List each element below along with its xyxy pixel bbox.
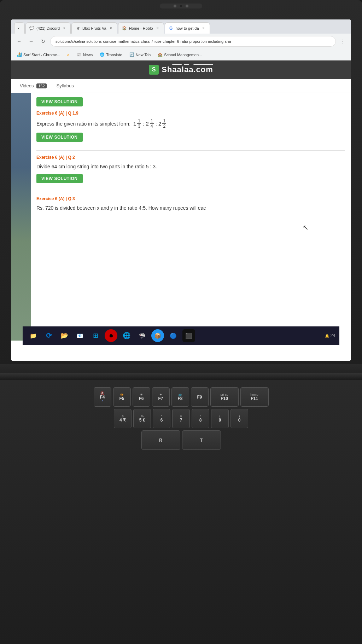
keyboard-rows: 🔇 F4 x 🔅 F5 ☀ F6 ✦ F7 📺 F8 F9: [14, 387, 348, 450]
home-tab-label: Home - Roblo: [129, 26, 153, 30]
key-6[interactable]: ^ 6: [153, 409, 170, 428]
tab-syllabus[interactable]: Syllabus: [54, 82, 77, 90]
bookmark-news[interactable]: 📰 News: [74, 52, 96, 58]
time-display: 🔔 24: [325, 333, 335, 338]
view-solution-btn-top[interactable]: VIEW SOLUTION: [36, 97, 83, 106]
taskbar-file-manager[interactable]: 📁: [27, 329, 40, 342]
frac-1-2: 12: [162, 118, 166, 129]
key-r[interactable]: R: [141, 430, 180, 450]
discord-favicon: 💬: [29, 26, 34, 31]
tab-google[interactable]: G how to get da ×: [165, 22, 210, 34]
school-label: School Managemen...: [164, 53, 202, 57]
main-content: VIEW SOLUTION Exercise 6 (A) | Q 1.9 Exp…: [31, 93, 351, 341]
forward-button[interactable]: →: [26, 36, 36, 46]
key-5[interactable]: % 5 €: [133, 409, 151, 428]
google-tab-label: how to get da: [176, 26, 199, 30]
view-solution-btn-1[interactable]: VIEW SOLUTION: [36, 133, 83, 142]
key-f10[interactable]: prt sc F10: [210, 387, 239, 407]
laptop-screen-area: × 💬 (421) Discord × 🗡 Blox Fruits Va × 🏠…: [0, 0, 362, 400]
bookmark-translate[interactable]: 🌐 Translate: [97, 52, 125, 58]
taskbar-edge[interactable]: ⟳: [42, 329, 55, 342]
tab-videos[interactable]: Videos 152: [17, 82, 49, 90]
browser-screen: × 💬 (421) Discord × 🗡 Blox Fruits Va × 🏠…: [11, 19, 351, 361]
key-f11[interactable]: home F11: [240, 387, 269, 407]
translate-icon: 🌐: [100, 52, 105, 57]
side-panel: [11, 93, 31, 341]
key-4[interactable]: $ 4 ₹: [114, 409, 132, 428]
shaalaa-logo: S Shaalaa.com: [149, 65, 213, 75]
mixed-num-2: 214: [146, 118, 154, 129]
math-expression-1: 113 : 214 : 212: [133, 121, 167, 127]
tab-blox[interactable]: 🗡 Blox Fruits Va ×: [71, 22, 117, 34]
number-key-row: $ 4 ₹ % 5 € ^ 6 & 7 * 8 ( 9: [14, 409, 348, 428]
bookmark-amazon[interactable]: a: [65, 52, 72, 58]
key-t[interactable]: T: [182, 430, 221, 450]
taskbar-app2[interactable]: 📦: [151, 329, 164, 342]
taskbar-windows[interactable]: ⊞: [89, 329, 102, 342]
exercise-label-3: Exercise 6 (A) | Q 3: [36, 196, 345, 201]
key-f7[interactable]: ✦ F7: [152, 387, 170, 407]
key-7[interactable]: & 7: [172, 409, 190, 428]
extensions-button[interactable]: ⋮: [338, 36, 348, 46]
taskbar-chrome[interactable]: 🌐: [120, 329, 133, 342]
amazon-icon: a: [68, 53, 70, 57]
address-bar[interactable]: solutions/c/selina-solutions-concise-mat…: [50, 36, 336, 47]
blox-favicon: 🗡: [75, 26, 80, 31]
reload-button[interactable]: ↻: [38, 36, 48, 46]
key-f9[interactable]: F9: [191, 387, 209, 407]
view-solution-1-label: VIEW SOLUTION: [41, 135, 78, 140]
mixed-num-1: 113: [133, 118, 141, 129]
mixed-num-3: 212: [158, 118, 167, 129]
taskbar-app1[interactable]: 🦈: [136, 329, 148, 342]
bookmark-newtab[interactable]: 🔄 New Tab: [127, 52, 154, 58]
ratio-sep-2: :: [156, 121, 158, 127]
divider-2: [36, 192, 345, 192]
taskbar-record[interactable]: ⏺: [105, 329, 117, 342]
school-icon: 🏫: [158, 52, 163, 57]
exercise-label-1: Exercise 6 (A) | Q 1.9: [36, 111, 345, 116]
key-f8[interactable]: 📺 F8: [171, 387, 189, 407]
tab-discord[interactable]: 💬 (421) Discord ×: [25, 22, 71, 34]
bookmarks-bar: 🏄 Surf Start - Chrome... a 📰 News 🌐 Tran…: [11, 49, 351, 60]
address-bar-area: ← → ↻ solutions/c/selina-solutions-conci…: [11, 34, 351, 49]
question-text-1: Express the given ratio in its simplest …: [36, 118, 345, 129]
exercise-label-2: Exercise 6 (A) | Q 2: [36, 155, 345, 160]
back-button[interactable]: ←: [14, 36, 24, 46]
taskbar-mail[interactable]: 📧: [74, 329, 86, 342]
close-all-icon: ×: [17, 26, 19, 30]
taskbar-app3[interactable]: 🔵: [167, 329, 180, 342]
frac-1-3: 13: [137, 118, 141, 129]
page-content: S Shaalaa.com Videos 152 Syllabus: [11, 60, 351, 361]
news-icon: 📰: [77, 52, 82, 57]
ratio-sep-1: :: [143, 121, 146, 127]
key-f5[interactable]: 🔅 F5: [113, 387, 131, 407]
key-f4[interactable]: 🔇 F4 x: [94, 387, 111, 407]
logo-letter: S: [152, 66, 156, 73]
syllabus-label: Syllabus: [57, 83, 74, 88]
letter-key-row: R T: [14, 430, 348, 450]
home-tab-close[interactable]: ×: [155, 26, 160, 31]
bookmark-school[interactable]: 🏫 School Managemen...: [155, 52, 205, 58]
key-f6[interactable]: ☀ F6: [133, 387, 150, 407]
logo-s-badge: S: [149, 65, 159, 75]
discord-tab-close[interactable]: ×: [62, 26, 67, 31]
taskbar-folder[interactable]: 📂: [58, 329, 71, 342]
videos-badge: 152: [36, 83, 46, 88]
blox-tab-close[interactable]: ×: [109, 26, 113, 31]
view-solution-btn-2[interactable]: VIEW SOLUTION: [36, 174, 83, 183]
blox-tab-label: Blox Fruits Va: [82, 26, 106, 30]
key-0[interactable]: ) 0: [230, 409, 248, 428]
bookmark-surf-start[interactable]: 🏄 Surf Start - Chrome...: [14, 52, 63, 58]
taskbar-app4[interactable]: ⬛: [182, 329, 195, 342]
key-8[interactable]: * 8: [192, 409, 209, 428]
key-9[interactable]: ( 9: [211, 409, 229, 428]
google-tab-close[interactable]: ×: [201, 26, 206, 31]
tab-close-all[interactable]: ×: [14, 22, 25, 34]
camera-light: [180, 5, 182, 7]
google-favicon: G: [169, 26, 174, 31]
camera-dot: [174, 5, 176, 7]
news-label: News: [83, 53, 93, 57]
chrome-tabs-bar: × 💬 (421) Discord × 🗡 Blox Fruits Va × 🏠…: [11, 19, 351, 34]
time-text: 24: [331, 333, 335, 338]
tab-home[interactable]: 🏠 Home - Roblo ×: [118, 22, 164, 34]
